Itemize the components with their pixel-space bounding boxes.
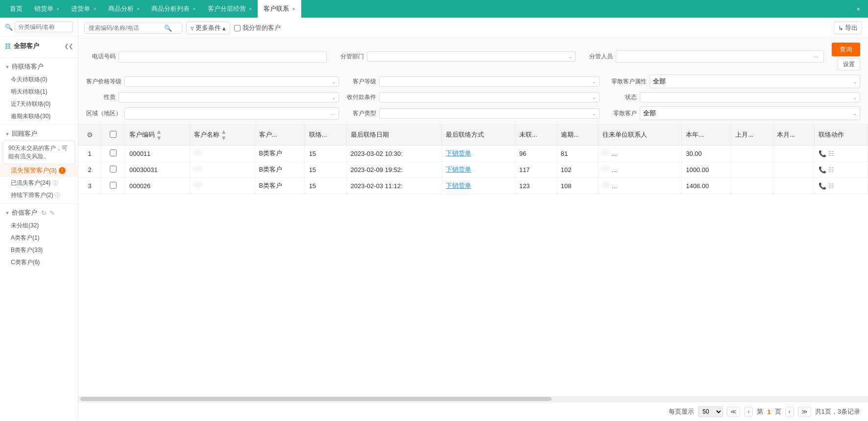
sidebar-all-customers[interactable]: ☷ 全部客户 ❮❮ [0, 39, 78, 53]
tab-home[interactable]: 首页 [4, 0, 28, 18]
my-customers-checkbox-label[interactable]: 我分管的客户 [234, 24, 281, 32]
row-name: *** [190, 162, 255, 178]
page-size-select[interactable]: 50 20 100 [698, 406, 723, 417]
sidebar-item-declining[interactable]: 持续下滑客户(2) ⓘ [0, 189, 78, 201]
sidebar-group-value[interactable]: ▼ 价值客户 ↻ ✎ [0, 206, 78, 220]
col-this-month: 本月... [773, 124, 815, 146]
row-last-contact-method: 下销货单 [442, 178, 515, 194]
row-checkbox-cell [101, 162, 125, 178]
review-customer-tooltip: 90天未交易的客户，可能有流失风险。 [3, 141, 75, 164]
first-page-button[interactable]: ≪ [727, 407, 740, 417]
filter-phone-input[interactable] [119, 51, 327, 63]
sidebar-item-churned[interactable]: 已流失客户(24) ⓘ [0, 177, 78, 189]
sidebar-item-churn-warning[interactable]: 流失预警客户(3) ! [0, 164, 78, 177]
prev-page-button[interactable]: ‹ [744, 407, 753, 417]
sidebar-group-review[interactable]: ▼ 回顾客户 [0, 127, 78, 141]
row-type: B类客户 [255, 178, 305, 194]
sidebar-item-ungrouped[interactable]: 未分组(32) [0, 220, 78, 232]
select-all-checkbox[interactable] [110, 131, 117, 138]
total-pages-label: 共1页，3条记录 [815, 407, 860, 416]
search-input[interactable] [89, 25, 162, 31]
contact-action-icon[interactable]: 📞 [819, 182, 826, 190]
export-button[interactable]: ↳ 导出 [834, 22, 862, 34]
filter-nature-select[interactable]: ⌄ [119, 92, 339, 102]
tab-product-analysis[interactable]: 商品分析 × [102, 0, 145, 18]
sidebar-group-pending[interactable]: ▼ 待联络客户 [0, 60, 78, 74]
edit-icon[interactable]: ✎ [49, 209, 55, 217]
search-icon: 🔍 [5, 24, 13, 31]
tab-product-analysis-list[interactable]: 商品分析列表 × [145, 0, 201, 18]
row-checkbox[interactable] [110, 166, 117, 173]
page-size-label: 每页显示 [669, 407, 694, 416]
next-page-button[interactable]: › [785, 407, 794, 417]
filter-actions: 查询 设置 [832, 43, 860, 71]
sidebar-search-input[interactable] [15, 22, 73, 32]
info-icon: ⓘ [52, 180, 58, 186]
sidebar-item-tomorrow-pending[interactable]: 明天待联络(1) [0, 86, 78, 98]
sidebar-item-week-pending[interactable]: 近7天待联络(0) [0, 98, 78, 110]
filter-payment-select[interactable]: ⌄ [379, 92, 600, 102]
filter-region-label: 区域（地区） [86, 109, 121, 118]
chevron-down-icon: ⌄ [592, 95, 596, 100]
collapse-icon[interactable]: ❮❮ [64, 43, 73, 50]
more-action-icon[interactable]: ☷ [828, 166, 834, 173]
sidebar-item-a-class[interactable]: A类客户(1) [0, 232, 78, 244]
more-icon[interactable]: ··· [813, 53, 819, 60]
chevron-down-icon: ⌄ [568, 54, 572, 59]
filter-manager-select[interactable]: ··· [616, 50, 824, 63]
sort-icon[interactable]: ▲▼ [156, 128, 162, 141]
close-icon[interactable]: × [93, 6, 96, 12]
gear-icon[interactable]: ⚙ [87, 131, 93, 139]
search-icon[interactable]: 🔍 [164, 25, 172, 32]
more-icon[interactable]: ··· [330, 110, 336, 117]
horizontal-scrollbar[interactable] [78, 396, 868, 402]
tab-customer-layering[interactable]: 客户分层经营 × [202, 0, 258, 18]
row-contact-person: *** ... [598, 146, 681, 162]
my-customers-checkbox[interactable] [234, 25, 241, 31]
more-action-icon[interactable]: ☷ [828, 182, 834, 190]
customer-table-wrap: ⚙ 客户编码 ▲▼ 客户名称 [78, 124, 868, 396]
row-checkbox[interactable] [110, 149, 117, 156]
close-icon[interactable]: × [292, 6, 295, 12]
close-all-button[interactable]: × [852, 3, 864, 15]
sidebar-item-overdue-pending[interactable]: 逾期未联络(30) [0, 110, 78, 123]
row-this-month [773, 162, 815, 178]
filter-nature-label: 性质 [86, 93, 116, 101]
filter-icon: ▿ [191, 25, 194, 32]
sidebar-item-today-pending[interactable]: 今天待联络(0) [0, 74, 78, 86]
sort-icon[interactable]: ▲▼ [220, 128, 227, 141]
row-checkbox[interactable] [110, 182, 117, 189]
contact-action-icon[interactable]: 📞 [819, 166, 826, 173]
close-icon[interactable]: × [137, 6, 140, 12]
tab-customer-contact[interactable]: 客户联系 × [258, 0, 301, 18]
customer-table: ⚙ 客户编码 ▲▼ 客户名称 [78, 124, 868, 194]
current-page: 1 [767, 408, 771, 416]
filter-retail-customer-select[interactable]: 全部 ⌄ [640, 106, 860, 120]
filter-region-select[interactable]: ··· [124, 107, 339, 120]
close-icon[interactable]: × [193, 6, 195, 12]
filter-retail-attr-select[interactable]: 全部 ⌄ [650, 74, 860, 88]
close-icon[interactable]: × [249, 6, 252, 12]
more-conditions-button[interactable]: ▿ 更多条件 ▴ [186, 22, 230, 34]
close-icon[interactable]: × [56, 6, 59, 12]
row-not-contacted: 96 [515, 146, 556, 162]
filter-price-level-select[interactable]: ⌄ [124, 76, 339, 87]
last-page-button[interactable]: ≫ [798, 407, 811, 417]
tab-sales-order[interactable]: 销货单 × [28, 0, 65, 18]
pagination: 每页显示 50 20 100 ≪ ‹ 第 1 页 › ≫ 共1页，3条记录 [78, 402, 868, 421]
more-action-icon[interactable]: ☷ [828, 150, 834, 157]
settings-button[interactable]: 设置 [838, 58, 860, 71]
sidebar-item-b-class[interactable]: B类客户(33) [0, 244, 78, 256]
row-actions: 📞 ☷ [815, 178, 868, 194]
filter-customer-level-select[interactable]: ⌄ [379, 76, 600, 87]
query-button[interactable]: 查询 [832, 43, 860, 56]
scroll-thumb[interactable] [80, 397, 552, 401]
col-name: 客户名称 ▲▼ [190, 124, 255, 146]
sidebar-item-c-class[interactable]: C类客户(6) [0, 256, 78, 269]
tab-purchase-order[interactable]: 进货单 × [65, 0, 102, 18]
filter-customer-type-select[interactable]: ⌄ [379, 108, 600, 119]
refresh-icon[interactable]: ↻ [41, 209, 47, 217]
contact-action-icon[interactable]: 📞 [819, 150, 826, 157]
filter-dept-select[interactable]: ⌄ [367, 51, 575, 62]
filter-status-select[interactable]: ⌄ [640, 92, 860, 102]
